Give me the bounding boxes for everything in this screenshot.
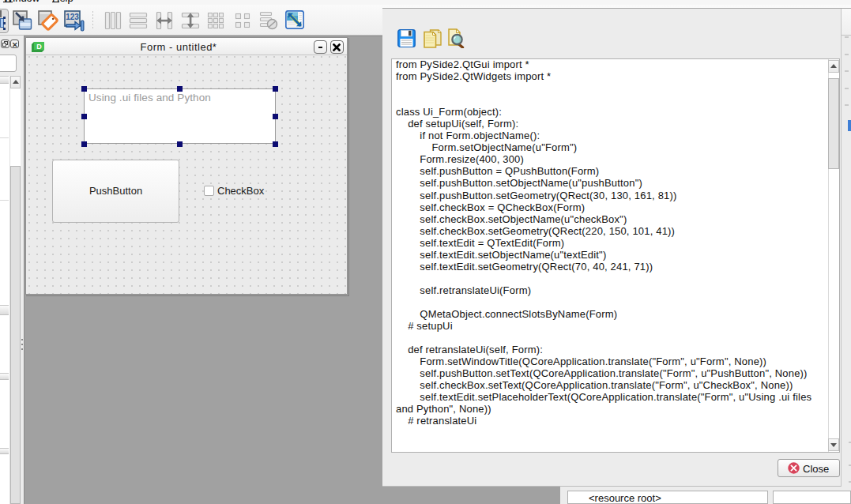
svg-text:D: D bbox=[36, 43, 42, 51]
svg-text:123: 123 bbox=[66, 13, 79, 21]
